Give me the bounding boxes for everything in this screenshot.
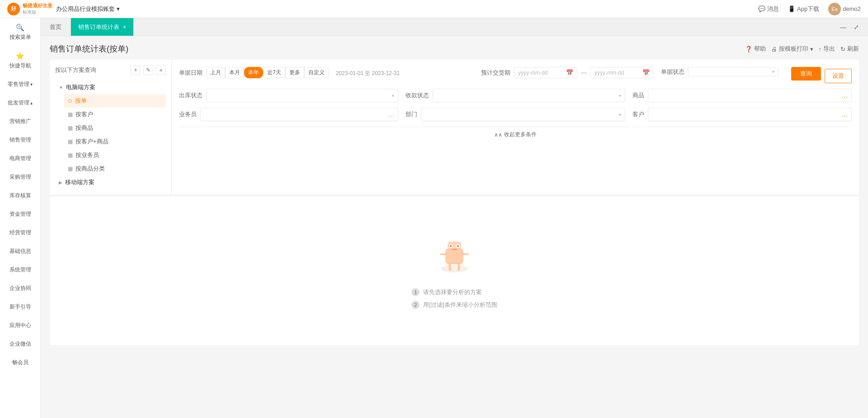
scheme-item-by-category[interactable]: ▦ 按商品分类 [64,162,166,176]
payment-label: 收款状态 [406,91,429,100]
delivery-select[interactable]: ▾ [206,89,398,102]
export-icon: ↑ [819,46,822,52]
dept-label: 部门 [406,110,417,119]
settings-button[interactable]: 设置 [825,69,852,83]
sidebar-item-newguide[interactable]: 新手引导 [0,298,40,316]
sidebar-item-basic[interactable]: 基础信息 [0,242,40,261]
sidebar-item-wechat[interactable]: 企业微信 [0,335,40,353]
sidebar-item-ecommerce[interactable]: 电商管理 [0,149,40,168]
edit-scheme-button[interactable]: ✎ [143,65,153,75]
sidebar-item-wholesale[interactable]: 批发管理 ▴ [0,94,40,112]
salesperson-label: 业务员 [179,110,197,119]
sidebar-item-apps[interactable]: 应用中心 [0,316,40,335]
add-scheme-button[interactable]: + [131,65,141,75]
scheme-item-by-salesperson[interactable]: ▦ 按业务员 [64,148,166,162]
sidebar-item-system[interactable]: 系统管理 [0,261,40,279]
filter-main: 单据日期 上月 本月 本年 近7天 更多 自定义 2023-01-01 至 20… [172,60,859,195]
scheme-icon: ○ [68,97,72,105]
account-dropdown[interactable]: 办公用品行业模拟账套 ▾ [56,5,120,13]
help-icon: ❓ [745,46,752,52]
dept-chevron-icon: ▾ [619,112,621,117]
salesperson-select[interactable]: … [200,108,398,121]
chevron-down-icon: ▾ [30,82,33,87]
goods-select[interactable]: … [648,89,852,102]
tab-maximize-button[interactable]: ⤢ [852,22,861,33]
scheme-group-pc[interactable]: ▼ 电脑端方案 [55,81,166,94]
logo-area: 好 畅捷通好生意 标准版 [7,2,52,15]
tab-sales-stats[interactable]: 销售订单统计表 × [71,18,133,36]
filter-row-1: 单据日期 上月 本月 本年 近7天 更多 自定义 2023-01-01 至 20… [179,67,852,83]
message-button[interactable]: 💬 消息 [758,5,779,13]
svg-rect-1 [445,248,463,264]
step-1-text: 请先选择要分析的方案 [423,288,482,296]
sidebar-item-shortcuts[interactable]: ⭐ 快捷导航 [0,47,40,75]
expected-date-label: 预计交货期 [481,69,510,77]
scheme-item-by-goods[interactable]: ▦ 按商品 [64,121,166,135]
message-icon: 💬 [758,5,765,12]
dept-filter-group: 部门 ▾ [406,108,625,121]
print-button[interactable]: 🖨 按模板打印 ▾ [771,45,813,53]
scheme-icon: ▦ [68,138,73,145]
date-btn-7days[interactable]: 近7天 [263,67,285,78]
sidebar-item-members[interactable]: 畅会员 [0,353,40,372]
sidebar-item-marketing[interactable]: 营销推广 [0,112,40,131]
search-icon: 🔍 [16,24,24,32]
goods-filter-group: 商品 … [632,89,852,102]
scheme-icon: ▦ [68,111,73,118]
chevron-down-icon: ▾ [772,69,774,74]
sidebar-item-sales[interactable]: 销售管理 [0,131,40,149]
sidebar-item-corp[interactable]: 企业协同 [0,279,40,298]
scheme-group-mobile[interactable]: ▶ 移动端方案 [55,176,166,189]
user-menu[interactable]: Ea demo2 [828,3,861,15]
step-1-num: 1 [411,288,420,296]
salesperson-filter-group: 业务员 … [179,108,398,121]
scheme-icon: ▦ [68,166,73,172]
date-btn-this-month[interactable]: 本月 [225,67,244,78]
date-buttons: 上月 本月 本年 近7天 更多 自定义 [206,67,329,78]
date-btn-more[interactable]: 更多 [285,67,304,78]
delivery-label: 出库状态 [179,91,203,100]
app-download-button[interactable]: 📱 App下载 [788,5,819,13]
date-separator: — [581,69,587,76]
collapse-nav-button[interactable]: « [156,65,166,75]
svg-point-0 [441,265,468,272]
query-button[interactable]: 查询 [791,67,821,81]
export-button[interactable]: ↑ 导出 [819,45,835,53]
delivery-chevron-icon: ▾ [392,93,394,98]
query-actions: 查询 设置 [791,67,852,83]
sidebar-item-finance[interactable]: 资金管理 [0,205,40,223]
sidebar-item-search[interactable]: 🔍 搜索菜单 [0,18,40,47]
sidebar-item-retail[interactable]: 零售管理 ▾ [0,75,40,94]
refresh-icon: ↻ [840,46,845,52]
delivery-filter-group: 出库状态 ▾ [179,89,398,102]
dept-select[interactable]: ▾ [421,108,625,121]
collapse-icon: ∧∧ [494,132,502,138]
date-btn-last-month[interactable]: 上月 [206,67,225,78]
scheme-item-by-customer[interactable]: ▦ 按客户 [64,108,166,121]
payment-select[interactable]: ▾ [433,89,625,102]
scheme-icon: ▦ [68,152,73,158]
scheme-item-by-customer-goods[interactable]: ▦ 按客户+商品 [64,135,166,148]
date-btn-custom[interactable]: 自定义 [304,67,329,78]
title-actions: ❓ 帮助 🖨 按模板打印 ▾ ↑ 导出 ↻ 刷新 [745,45,859,53]
tab-close-button[interactable]: × [123,24,126,30]
help-button[interactable]: ❓ 帮助 [745,45,766,53]
topbar: 好 畅捷通好生意 标准版 办公用品行业模拟账套 ▾ 💬 消息 📱 App下载 E… [0,0,868,18]
status-select[interactable]: ▾ [688,67,778,76]
customer-ellipsis-icon: … [841,111,848,118]
date-end-input[interactable]: yyyy-mm-dd 📅 [590,67,654,78]
sidebar-item-inventory[interactable]: 库存核算 [0,186,40,205]
collapse-btn[interactable]: ∧∧ 收起更多条件 [179,127,852,142]
date-btn-this-year[interactable]: 本年 [244,67,263,78]
sidebar-item-operations[interactable]: 经营管理 [0,223,40,242]
sidebar-item-purchase[interactable]: 采购管理 [0,168,40,186]
tab-minimize-button[interactable]: — [838,22,848,33]
date-start-input[interactable]: yyyy-mm-dd 📅 [514,67,577,78]
empty-step-1: 1 请先选择要分析的方案 [411,288,497,296]
scheme-tree: ▼ 电脑端方案 ○ 按单 ▦ 按客户 [55,81,166,189]
refresh-button[interactable]: ↻ 刷新 [840,45,859,53]
tab-home[interactable]: 首页 [41,18,71,36]
customer-select[interactable]: … [648,108,852,121]
scheme-item-by-order[interactable]: ○ 按单 [64,94,166,108]
scheme-icon: ▦ [68,125,73,131]
